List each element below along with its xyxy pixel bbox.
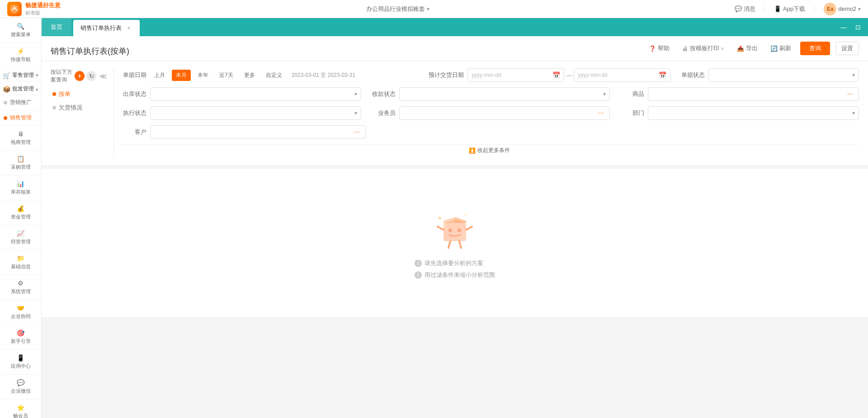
expected-date-range: yyyy-mm-dd 📅 — yyyy-mm-dd 📅 [467,68,670,82]
tab-active-report[interactable]: 销售订单执行表 × [73,20,140,36]
message-btn[interactable]: 💬 消息 [735,5,755,13]
product-label: 商品 [617,90,644,98]
receipt-status-chevron-icon: ▾ [603,91,606,97]
newbie-icon: 🎯 [17,329,24,337]
filter-area: 按以下方案查询 + ↻ ≪ [42,61,868,165]
user-menu[interactable]: Ea demo2 ▾ [824,3,861,15]
top-header: 畅捷通好生意 标准版 办公用品行业模拟账套 ▾ 💬 消息 📱 App下载 Ea … [0,0,868,18]
sidebar-item-corpwechat[interactable]: 💬 企业微信 [0,375,41,399]
sidebar-item-system[interactable]: ⚙ 系统管理 [0,275,41,300]
finance-icon: 💰 [17,205,24,212]
svg-line-9 [438,227,443,230]
app-download-btn[interactable]: 📱 App下载 [774,5,805,13]
period-last7-btn[interactable]: 近7天 [215,70,237,81]
sidebar-item-enterprise[interactable]: 🤝 企业协同 [0,300,41,325]
scheme-add-btn[interactable]: + [75,71,85,81]
sidebar-item-wholesale[interactable]: 📦 批发管理 ▴ [0,81,41,95]
expected-date-end-input[interactable]: yyyy-mm-dd 📅 [574,68,670,82]
print-icon: 🖨 [682,45,688,52]
ecommerce-icon: 🖥 [18,130,24,138]
svg-point-1 [14,7,15,9]
salesperson-field: 业务员 ··· [368,106,610,120]
svg-line-10 [466,227,472,230]
collapse-more-btn[interactable]: ⏫ 收起更多条件 [469,147,510,154]
filter-layout: 按以下方案查询 + ↻ ≪ [51,68,859,158]
exec-status-select[interactable]: ▾ [150,106,361,120]
sidebar-item-inventory[interactable]: 📊 库存核算 [0,176,41,200]
page-header: 销售订单执行表(按单) ❓ 帮助 🖨 按模板打印 ▾ 📤 导出 [42,36,868,61]
sidebar-item-newbie[interactable]: 🎯 新手引导 [0,325,41,350]
settings-btn[interactable]: 设置 [835,42,859,55]
tab-home[interactable]: 首页 [42,18,71,36]
appcenter-icon: 📱 [17,354,24,361]
empty-tip-2: 2 用过滤条件来缩小分析范围 [415,269,495,281]
help-btn[interactable]: ❓ 帮助 [645,43,673,54]
expected-date-start-input[interactable]: yyyy-mm-dd 📅 [467,68,564,82]
industry-selector[interactable]: 办公用品行业模拟账套 ▾ [363,5,433,13]
receipt-status-label: 收款状态 [368,90,396,98]
maximize-icon: ⊡ [855,24,861,31]
salesperson-ellipsis-icon[interactable]: ··· [596,109,606,117]
tab-maximize-btn[interactable]: ⊡ [852,21,864,33]
product-input[interactable]: ··· [648,87,859,101]
scheme-collapse-btn[interactable]: ≪ [98,71,108,81]
period-custom-btn[interactable]: 自定义 [262,70,286,81]
collapse-row: ⏫ 收起更多条件 [119,144,859,158]
dept-field: 部门 ▾ [617,106,859,120]
period-this-month-btn[interactable]: 本月 [172,70,191,81]
page-content: 销售订单执行表(按单) ❓ 帮助 🖨 按模板打印 ▾ 📤 导出 [42,36,868,418]
exec-status-label: 执行状态 [119,109,146,117]
sidebar-item-appcenter[interactable]: 📱 应用中心 [0,350,41,375]
sidebar-item-search[interactable]: 🔍 搜索菜单 [0,18,41,43]
app-logo-icon [7,2,22,16]
marketing-dot-icon [4,101,7,104]
tab-close-btn[interactable]: × [125,24,132,32]
sidebar-item-basic[interactable]: 📁 基础信息 [0,250,41,275]
receipt-status-select[interactable]: ▾ [399,87,610,101]
sidebar-item-sales[interactable]: 销售管理 [0,110,41,126]
search-btn[interactable]: 查询 [800,42,830,55]
page-actions: ❓ 帮助 🖨 按模板打印 ▾ 📤 导出 🔄 刷新 [645,42,859,61]
scheme-item-byorder[interactable]: 按单 [51,87,108,101]
period-more-btn[interactable]: 更多 [240,70,259,81]
sidebar-item-retail[interactable]: 🛒 零售管理 ▾ [0,68,41,81]
customer-ellipsis-icon[interactable]: ··· [352,128,361,136]
template-print-btn[interactable]: 🖨 按模板打印 ▾ [679,43,728,54]
dept-label: 部门 [617,109,644,117]
sidebar-item-purchase[interactable]: 📋 采购管理 [0,151,41,176]
salesperson-input[interactable]: ··· [399,106,610,120]
sidebar-item-ecommerce[interactable]: 🖥 电商管理 [0,126,41,151]
collapse-arrow-icon: ≪ [99,72,107,81]
period-last-month-btn[interactable]: 上月 [150,70,169,81]
sidebar-item-finance[interactable]: 💰 资金管理 [0,200,41,225]
sidebar-item-quicknav[interactable]: ⚡ 快捷导航 [0,43,41,68]
exec-status-field: 执行状态 ▾ [119,106,361,120]
tab-minimize-btn[interactable]: — [837,21,850,33]
page-title: 销售订单执行表(按单) [51,46,129,57]
refresh-btn[interactable]: 🔄 刷新 [767,43,795,54]
svg-point-7 [448,228,452,232]
period-this-year-btn[interactable]: 本年 [193,70,212,81]
product-ellipsis-icon[interactable]: ··· [845,90,855,98]
dept-select[interactable]: ▾ [648,106,859,120]
bill-status-select[interactable]: ▾ [708,68,859,82]
sidebar-item-operation[interactable]: 📈 经营管理 [0,225,41,250]
svg-point-8 [458,228,461,232]
sidebar-item-marketing[interactable]: 营销推广 [0,95,41,110]
customer-input[interactable]: ··· [150,125,366,139]
export-btn[interactable]: 📤 导出 [733,43,761,54]
message-icon: 💬 [735,5,742,12]
bill-date-field: 单据日期 上月 本月 本年 近7天 更多 自定义 2023-03-01 至 20… [119,70,421,81]
expected-date-field: 预计交货日期 yyyy-mm-dd 📅 — yyyy-mm-dd [429,68,670,82]
ship-status-select[interactable]: ▾ [150,87,361,101]
content-area: 首页 销售订单执行表 × — ⊡ 销售订单执行表(按单) [42,18,868,418]
filter-scheme-actions: + ↻ ≪ [75,71,108,81]
scheme-item-debt[interactable]: 欠货情况 [51,101,108,114]
filter-row-3: 执行状态 ▾ 业务员 ··· [119,106,859,120]
minimize-icon: — [840,24,847,31]
sidebar-item-member[interactable]: ⭐ 畅会员 [0,399,41,418]
empty-tips: 1 请先选择要分析的方案 2 用过滤条件来缩小分析范围 [415,257,495,281]
scheme-reload-btn[interactable]: ↻ [86,71,96,81]
ship-status-field: 出库状态 ▾ [119,87,361,101]
svg-text:✦: ✦ [464,212,467,217]
